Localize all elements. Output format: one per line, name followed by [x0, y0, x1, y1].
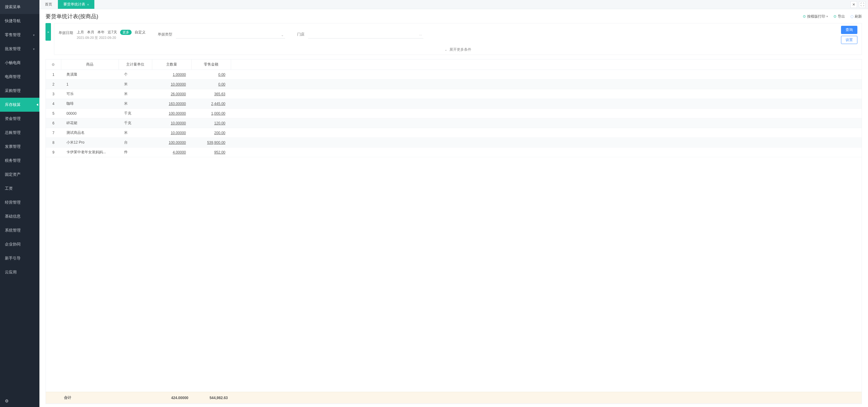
table-row[interactable]: 4咖啡米163.000002,445.00 [46, 99, 862, 109]
sidebar-item-18[interactable]: 新手引导 [0, 251, 39, 265]
table-row[interactable]: 8小米12 Pro台100.00000539,900.00 [46, 138, 862, 147]
row-unit: 千克 [119, 109, 152, 118]
row-qty[interactable]: 10.00000 [152, 118, 191, 128]
row-name: 可乐 [61, 89, 119, 99]
row-amount[interactable]: 539,900.00 [191, 138, 231, 147]
filter-store: 门店 ··· [297, 31, 423, 38]
table-row[interactable]: 7测试商品名米10.00000200.00 [46, 128, 862, 138]
table-head: ⚙ 商品 主计量单位 主数量 零售金额 [46, 59, 862, 70]
chevron-down-icon: ⌄ [281, 33, 284, 37]
row-unit: 米 [119, 128, 152, 138]
col-name-header[interactable]: 商品 [61, 59, 119, 70]
row-name: 咖啡 [61, 99, 119, 109]
sidebar-item-0[interactable]: 搜索菜单 [0, 0, 39, 14]
row-idx: 1 [46, 70, 61, 80]
sidebar-item-7[interactable]: 库存核算 [0, 98, 39, 112]
row-qty[interactable]: 163.00000 [152, 99, 191, 109]
row-amount[interactable]: 200.00 [191, 128, 231, 138]
sidebar-item-2[interactable]: 零售管理▾ [0, 28, 39, 42]
table-row[interactable]: 6碎花裙千克10.00000120.00 [46, 118, 862, 128]
row-amount[interactable]: 0.00 [191, 70, 231, 80]
close-icon[interactable]: × [87, 3, 89, 6]
row-qty[interactable]: 100.00000 [152, 138, 191, 147]
row-amount[interactable]: 0.00 [191, 80, 231, 89]
gear-icon[interactable]: ⚙ [5, 399, 9, 403]
row-name: 小米12 Pro [61, 138, 119, 147]
sidebar-item-10[interactable]: 发票管理 [0, 140, 39, 153]
doc-type-select[interactable]: ⌄ [176, 31, 285, 38]
refresh-icon: ◌ [850, 14, 854, 19]
row-idx: 7 [46, 128, 61, 138]
table-row[interactable]: 21米10.000000.00 [46, 80, 862, 89]
sidebar-item-5[interactable]: 电商管理 [0, 70, 39, 84]
table-row[interactable]: 3可乐米26.00000365.63 [46, 89, 862, 99]
table-row[interactable]: 1奥滇隆个1.000000.00 [46, 70, 862, 80]
sidebar-item-8[interactable]: 资金管理 [0, 112, 39, 126]
tab-active-label: 要货单统计表 [63, 2, 85, 7]
row-unit: 个 [119, 70, 152, 80]
expand-more[interactable]: ⌄ ⌄ 展开更多条件 [54, 45, 862, 55]
sidebar-item-15[interactable]: 基础信息 [0, 209, 39, 223]
row-qty[interactable]: 10.00000 [152, 80, 191, 89]
export-button[interactable]: ⊙ 导出 [833, 14, 845, 19]
sidebar-item-14[interactable]: 经营管理 [0, 196, 39, 209]
close-all-button[interactable]: ✕ [850, 1, 857, 8]
settings-button[interactable]: 设置 [841, 36, 857, 44]
query-button[interactable]: 查询 [841, 26, 857, 34]
row-qty[interactable]: 4.00000 [152, 147, 191, 157]
sidebar-item-19[interactable]: 云应用 [0, 265, 39, 279]
row-amount[interactable]: 2,445.00 [191, 99, 231, 109]
row-amount[interactable]: 120.00 [191, 118, 231, 128]
tab-bar: 首页 要货单统计表 × ✕ ⛶ [39, 0, 868, 9]
sidebar-item-label: 基础信息 [5, 214, 21, 219]
sidebar-item-label: 企业协同 [5, 241, 21, 247]
table-scroll[interactable]: ⚙ 商品 主计量单位 主数量 零售金额 1奥滇隆个1.000000.0021米1… [46, 59, 862, 392]
quick-last-month[interactable]: 上月 [77, 30, 84, 35]
row-amount[interactable]: 952.00 [191, 147, 231, 157]
col-unit-header[interactable]: 主计量单位 [119, 59, 152, 70]
row-amount[interactable]: 1,000.00 [191, 109, 231, 118]
row-idx: 8 [46, 138, 61, 147]
sidebar-item-12[interactable]: 固定资产 [0, 168, 39, 181]
footer-amount: 544,982.63 [191, 392, 231, 404]
tab-active[interactable]: 要货单统计表 × [58, 0, 95, 9]
sidebar-item-4[interactable]: 小畅电商 [0, 56, 39, 70]
row-qty[interactable]: 10.00000 [152, 128, 191, 138]
quick-custom[interactable]: 自定义 [135, 30, 146, 35]
print-button[interactable]: ⊙ 按模版打印 ▾ [803, 14, 828, 19]
row-qty[interactable]: 100.00000 [152, 109, 191, 118]
sidebar-item-3[interactable]: 批发管理▾ [0, 42, 39, 56]
sidebar-item-label: 库存核算 [5, 102, 21, 108]
settings-column-header[interactable]: ⚙ [46, 59, 61, 70]
row-qty[interactable]: 26.00000 [152, 89, 191, 99]
sidebar-item-9[interactable]: 总账管理 [0, 126, 39, 140]
store-select[interactable]: ··· [308, 31, 423, 38]
row-name: 1 [61, 80, 119, 89]
sidebar-item-1[interactable]: 快捷导航 [0, 14, 39, 28]
tab-home[interactable]: 首页 [39, 0, 58, 9]
sidebar-item-17[interactable]: 企业协同 [0, 237, 39, 251]
col-qty-header[interactable]: 主数量 [152, 59, 191, 70]
print-label: 按模版打印 [807, 14, 825, 19]
sidebar: 搜索菜单快捷导航零售管理▾批发管理▾小畅电商电商管理采购管理库存核算资金管理总账… [0, 0, 39, 407]
quick-more-badge[interactable]: 更多 [120, 30, 132, 35]
collapse-handle[interactable]: » [45, 23, 51, 41]
fullscreen-button[interactable]: ⛶ [859, 1, 866, 8]
sidebar-item-6[interactable]: 采购管理 [0, 84, 39, 98]
row-qty[interactable]: 1.00000 [152, 70, 191, 80]
col-amt-header[interactable]: 零售金额 [191, 59, 231, 70]
quick-this-year[interactable]: 本年 [97, 30, 105, 35]
sidebar-item-16[interactable]: 系统管理 [0, 223, 39, 237]
ellipsis-icon: ··· [419, 33, 422, 37]
sidebar-item-11[interactable]: 税务管理 [0, 153, 39, 168]
row-amount[interactable]: 365.63 [191, 89, 231, 99]
row-unit: 米 [119, 89, 152, 99]
quick-this-month[interactable]: 本月 [87, 30, 94, 35]
table-row[interactable]: 500000千克100.000001,000.00 [46, 109, 862, 118]
sidebar-item-label: 系统管理 [5, 228, 21, 233]
quick-last-7[interactable]: 近7天 [108, 30, 117, 35]
sidebar-item-13[interactable]: 工资 [0, 181, 39, 196]
refresh-button[interactable]: ◌ 刷新 [850, 14, 862, 19]
table-row[interactable]: 9卡伊莱中老年女装妈妈...件4.00000952.00 [46, 147, 862, 157]
date-quick: 上月 本月 本年 近7天 更多 自定义 2021-09-20 至 2022-09… [77, 30, 146, 40]
